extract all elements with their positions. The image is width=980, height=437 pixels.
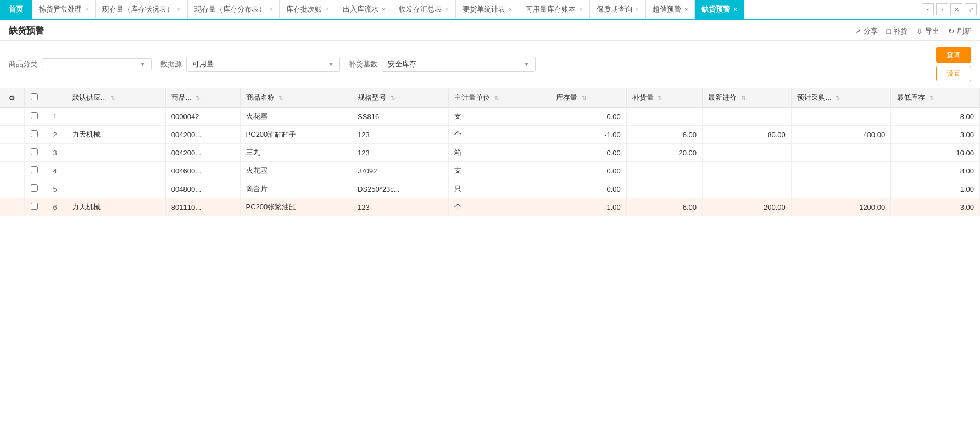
tab-available-ledger-close[interactable]: × <box>579 6 582 13</box>
category-select[interactable]: ▼ <box>42 58 152 70</box>
row-checkbox-cell <box>24 180 44 198</box>
th-stock: 库存量 ⇅ <box>550 88 626 108</box>
row-supplier <box>66 144 165 162</box>
export-button[interactable]: ⇩ 导出 <box>916 26 939 36</box>
category-chevron-icon: ▼ <box>140 61 146 68</box>
tab-expiry-query-close[interactable]: × <box>636 6 639 13</box>
row-product-code: 801110... <box>165 198 240 216</box>
tab-receive-summary-close[interactable]: × <box>445 6 448 13</box>
replenish-basis-chevron-icon: ▼ <box>524 61 530 68</box>
tab-exception-close[interactable]: × <box>85 6 88 13</box>
sort-code-icon[interactable]: ⇅ <box>196 94 201 101</box>
tab-exception-label: 拣货异常处理 <box>39 4 82 14</box>
row-product-name: PC200张紧油缸 <box>240 198 352 216</box>
th-checkbox <box>24 88 44 108</box>
tab-expand-button[interactable]: ⤢ <box>965 3 977 15</box>
tab-prev-button[interactable]: ‹ <box>922 3 934 15</box>
row-replenish-qty <box>626 162 702 180</box>
row-product-name: 离合片 <box>240 180 352 198</box>
replenish-basis-filter: 补货基数 安全库存 ▼ <box>349 57 536 72</box>
tab-available-ledger[interactable]: 可用量库存账本 × <box>519 0 589 19</box>
settings-button[interactable]: 设置 <box>936 66 971 81</box>
tab-overstock-warn-close[interactable]: × <box>684 6 688 13</box>
row-checkbox-cell <box>24 126 44 144</box>
row-min-stock: 1.00 <box>891 180 980 198</box>
share-icon: ↗ <box>855 27 861 36</box>
sort-name-icon[interactable]: ⇅ <box>279 94 283 101</box>
gear-settings-icon[interactable]: ⚙ <box>9 94 15 102</box>
page-header: 缺货预警 ↗ 分享 □ 补货 ⇩ 导出 ↻ 刷新 <box>0 20 980 41</box>
row-gear-cell <box>0 180 24 198</box>
datasource-select-value: 可用量 <box>192 59 214 69</box>
replenish-button[interactable]: □ 补货 <box>887 26 907 36</box>
tab-home[interactable]: 首页 <box>0 0 32 19</box>
th-latest-price: 最新进价 ⇅ <box>703 88 792 108</box>
table-row: 4 004600... 火花塞 J7092 支 0.00 8.00 <box>0 162 980 180</box>
tab-inout-flow[interactable]: 出入库流水 × <box>336 0 392 19</box>
sort-unit-icon[interactable]: ⇅ <box>494 94 499 101</box>
tab-purchase-stat-close[interactable]: × <box>509 6 512 13</box>
tab-receive-summary[interactable]: 收发存汇总表 × <box>392 0 455 19</box>
row-replenish-qty <box>626 180 702 198</box>
row-min-stock: 10.00 <box>891 144 980 162</box>
row-min-stock: 8.00 <box>891 108 980 126</box>
sort-replenish-icon[interactable]: ⇅ <box>658 94 662 101</box>
datasource-select[interactable]: 可用量 ▼ <box>186 57 340 72</box>
tab-overstock-warn[interactable]: 超储预警 × <box>646 0 695 19</box>
tab-purchase-stat[interactable]: 要货单统计表 × <box>456 0 519 19</box>
row-checkbox[interactable] <box>31 130 38 137</box>
tab-exception[interactable]: 拣货异常处理 × <box>32 0 96 19</box>
tab-inventory-dist-close[interactable]: × <box>269 6 272 13</box>
th-latest-price-label: 最新进价 <box>708 93 737 102</box>
row-checkbox[interactable] <box>31 112 38 119</box>
th-product-code: 商品... ⇅ <box>165 88 240 108</box>
row-product-code: 004600... <box>165 162 240 180</box>
sort-supplier-icon[interactable]: ⇅ <box>110 94 115 101</box>
select-all-checkbox[interactable] <box>31 93 38 100</box>
datasource-label: 数据源 <box>160 59 182 69</box>
row-unit: 箱 <box>449 144 550 162</box>
tab-close-all-button[interactable]: ✕ <box>950 3 962 15</box>
row-checkbox[interactable] <box>31 184 38 192</box>
tab-bar: 首页 拣货异常处理 × 现存量（库存状况表） × 现存量（库存分布表） × 库存… <box>0 0 980 20</box>
tab-next-button[interactable]: › <box>936 3 948 15</box>
row-checkbox[interactable] <box>31 148 38 155</box>
filter-bar: 商品分类 ▼ 数据源 可用量 ▼ 补货基数 安全库存 ▼ 查询 设置 <box>0 41 980 88</box>
th-gear: ⚙ <box>0 88 24 108</box>
row-spec: DS250*23c... <box>352 180 449 198</box>
row-min-stock: 3.00 <box>891 126 980 144</box>
replenish-label: 补货 <box>893 26 907 36</box>
row-gear-cell <box>0 144 24 162</box>
sort-spec-icon[interactable]: ⇅ <box>391 94 396 101</box>
row-latest-price <box>703 180 792 198</box>
tab-shortage-warn-close[interactable]: × <box>733 6 737 13</box>
tab-shortage-warn[interactable]: 缺货预警 × <box>695 0 744 19</box>
tab-batch-account-close[interactable]: × <box>325 6 328 13</box>
query-button[interactable]: 查询 <box>936 47 971 63</box>
sort-estimated-icon[interactable]: ⇅ <box>836 94 840 101</box>
category-filter: 商品分类 ▼ <box>9 58 152 70</box>
sort-min-stock-icon[interactable]: ⇅ <box>929 94 934 101</box>
refresh-button[interactable]: ↻ 刷新 <box>948 26 971 36</box>
tab-inventory-status-close[interactable]: × <box>177 6 180 13</box>
sort-price-icon[interactable]: ⇅ <box>741 94 746 101</box>
row-checkbox[interactable] <box>31 166 38 173</box>
row-supplier <box>66 162 165 180</box>
tab-batch-account[interactable]: 库存批次账 × <box>280 0 336 19</box>
row-spec: SS816 <box>352 108 449 126</box>
tab-expiry-query[interactable]: 保质期查询 × <box>590 0 646 19</box>
row-unit: 个 <box>449 126 550 144</box>
replenish-basis-select[interactable]: 安全库存 ▼ <box>382 57 536 72</box>
row-product-code: 004200... <box>165 144 240 162</box>
row-product-code: 004200... <box>165 126 240 144</box>
sort-stock-icon[interactable]: ⇅ <box>582 94 587 101</box>
share-button[interactable]: ↗ 分享 <box>855 26 878 36</box>
tab-inventory-status[interactable]: 现存量（库存状况表） × <box>96 0 187 19</box>
tab-inout-flow-close[interactable]: × <box>382 6 385 13</box>
table-body: 1 0000042 火花塞 SS816 支 0.00 8.00 2 力天机械 0… <box>0 108 980 216</box>
row-supplier <box>66 180 165 198</box>
row-product-name: 三九 <box>240 144 352 162</box>
tab-inventory-dist[interactable]: 现存量（库存分布表） × <box>188 0 280 19</box>
row-checkbox[interactable] <box>31 203 38 210</box>
replenish-basis-select-value: 安全库存 <box>388 59 416 69</box>
